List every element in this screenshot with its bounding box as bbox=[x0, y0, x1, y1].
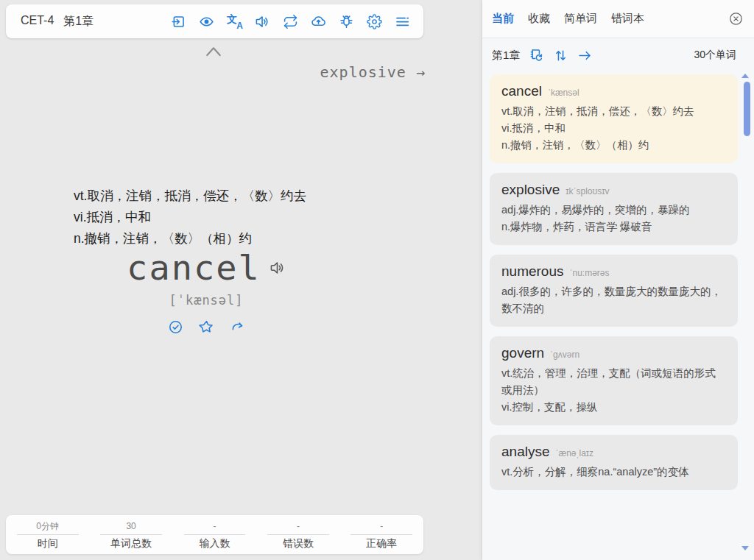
card-phonetic: ˈkænsəl bbox=[548, 88, 579, 98]
next-word-hint[interactable]: explosive → bbox=[221, 63, 426, 81]
stat-label: 单词总数 bbox=[89, 537, 172, 550]
book-refresh-icon[interactable] bbox=[529, 48, 544, 63]
stat-value: 30 bbox=[89, 521, 172, 531]
card-phonetic: ˈgʌvərn bbox=[550, 350, 579, 360]
next-word-arrow-icon: → bbox=[416, 63, 426, 81]
settings-icon[interactable] bbox=[367, 14, 382, 29]
toolbar-title: CET-4 第1章 bbox=[21, 14, 94, 29]
next-word-label: explosive bbox=[320, 63, 406, 81]
card-definitions: adj.爆炸的，易爆炸的，突增的，暴躁的 n.爆炸物，炸药，语言学 爆破音 bbox=[501, 202, 726, 235]
current-word-row: cancel bbox=[0, 247, 412, 288]
panel-tab-bar: 当前 收藏 简单词 错词本 bbox=[482, 0, 754, 38]
stat-divider bbox=[350, 534, 412, 535]
stat-value: 0分钟 bbox=[6, 521, 89, 531]
stat-time: 0分钟 时间 bbox=[6, 521, 89, 550]
card-phonetic: ɪkˈsploʊsɪv bbox=[566, 186, 609, 196]
speaker-icon[interactable] bbox=[255, 14, 270, 29]
stat-error-count: - 错误数 bbox=[256, 521, 339, 550]
sort-icon[interactable] bbox=[553, 48, 568, 63]
stat-label: 错误数 bbox=[256, 537, 339, 550]
scrollbar-thumb[interactable] bbox=[744, 82, 750, 136]
card-phonetic: ˈnu:mərəs bbox=[570, 268, 610, 278]
word-count-label: 30个单词 bbox=[694, 49, 736, 62]
stat-label: 时间 bbox=[6, 537, 89, 550]
card-header: explosiveɪkˈsploʊsɪv bbox=[501, 182, 726, 198]
card-definitions: vt.分析，分解，细察na.“analyze”的变体 bbox=[501, 464, 726, 481]
current-word: cancel bbox=[127, 247, 261, 288]
stat-input-count: - 输入数 bbox=[173, 521, 256, 550]
word-card-analyse[interactable]: analyseˈænəˌlaɪz vt.分析，分解，细察na.“analyze”… bbox=[490, 435, 738, 490]
card-word: govern bbox=[501, 345, 544, 361]
card-header: numerousˈnu:mərəs bbox=[501, 263, 726, 280]
panel-chapter-label: 第1章 bbox=[492, 49, 520, 63]
stat-divider bbox=[100, 534, 162, 535]
close-icon[interactable] bbox=[728, 11, 744, 26]
stat-value: - bbox=[340, 521, 423, 531]
stat-value: - bbox=[173, 521, 256, 531]
word-card-list: cancelˈkænsəl vt.取消，注销，抵消，偿还，〈数〉约去 vi.抵消… bbox=[490, 74, 738, 490]
toolbar-icons: 文A bbox=[171, 14, 410, 29]
card-word: cancel bbox=[501, 83, 542, 99]
check-circle-icon[interactable] bbox=[168, 319, 183, 335]
tab-wrong-words[interactable]: 错词本 bbox=[611, 12, 644, 26]
tab-easy-words[interactable]: 简单词 bbox=[564, 12, 597, 26]
stat-label: 正确率 bbox=[340, 537, 423, 550]
card-definitions: adj.很多的，许多的，数量庞大的数量庞大的，数不清的 bbox=[501, 283, 726, 317]
card-word: explosive bbox=[501, 182, 560, 197]
translate-icon[interactable]: 文A bbox=[227, 14, 242, 29]
bug-icon[interactable] bbox=[339, 14, 354, 29]
cloud-upload-icon[interactable] bbox=[311, 14, 326, 29]
chapter-label: 第1章 bbox=[63, 14, 94, 29]
word-card-govern[interactable]: governˈgʌvərn vt.统治，管理，治理，支配（词或短语的形式或用法）… bbox=[490, 336, 738, 425]
card-header: analyseˈænəˌlaɪz bbox=[501, 444, 726, 460]
translate-a-glyph: A bbox=[236, 21, 243, 31]
panel-subheader: 第1章 30个单词 bbox=[482, 38, 754, 72]
scrollbar-down-arrow[interactable] bbox=[741, 546, 749, 550]
word-card-explosive[interactable]: explosiveɪkˈsploʊsɪv adj.爆炸的，易爆炸的，突增的，暴躁… bbox=[490, 173, 738, 245]
definition-line: vt.取消，注销，抵消，偿还，〈数〉约去 bbox=[74, 185, 306, 207]
word-list-panel: 当前 收藏 简单词 错词本 第1章 30个单词 cancelˈkænsəl bbox=[482, 0, 754, 560]
eye-icon[interactable] bbox=[199, 14, 214, 29]
scrollbar-up-arrow[interactable] bbox=[741, 74, 749, 78]
card-header: cancelˈkænsəl bbox=[501, 83, 726, 99]
stat-divider bbox=[184, 534, 246, 535]
app-window: CET-4 第1章 文A bbox=[0, 0, 754, 560]
card-phonetic: ˈænəˌlaɪz bbox=[556, 448, 594, 458]
definition-line: n.撤销，注销，〈数〉（相）约 bbox=[74, 228, 306, 249]
pronounce-speaker-icon[interactable] bbox=[269, 260, 286, 276]
word-definitions: vt.取消，注销，抵消，偿还，〈数〉约去 vi.抵消，中和 n.撤销，注销，〈数… bbox=[74, 185, 306, 249]
word-card-cancel[interactable]: cancelˈkænsəl vt.取消，注销，抵消，偿还，〈数〉约去 vi.抵消… bbox=[490, 74, 738, 163]
stat-total-words: 30 单词总数 bbox=[89, 521, 172, 550]
word-actions bbox=[0, 319, 412, 335]
star-icon[interactable] bbox=[199, 319, 214, 335]
stat-label: 输入数 bbox=[173, 537, 256, 550]
translate-wen-glyph: 文 bbox=[227, 13, 237, 26]
session-stats-bar: 0分钟 时间 30 单词总数 - 输入数 - 错误数 - 正确率 bbox=[6, 515, 423, 554]
chevron-up-icon[interactable] bbox=[204, 45, 223, 58]
stat-divider bbox=[267, 534, 329, 535]
definition-line: vi.抵消，中和 bbox=[74, 207, 306, 228]
card-word: numerous bbox=[501, 263, 564, 279]
tab-favorites[interactable]: 收藏 bbox=[528, 12, 550, 26]
stat-value: - bbox=[256, 521, 339, 531]
tab-current[interactable]: 当前 bbox=[492, 12, 514, 26]
card-header: governˈgʌvərn bbox=[501, 345, 726, 361]
card-definitions: vt.取消，注销，抵消，偿还，〈数〉约去 vi.抵消，中和 n.撤销，注销，〈数… bbox=[501, 103, 726, 154]
enter-icon[interactable] bbox=[171, 14, 186, 29]
card-definitions: vt.统治，管理，治理，支配（词或短语的形式或用法） vi.控制，支配，操纵 bbox=[501, 365, 726, 416]
toolbar: CET-4 第1章 文A bbox=[6, 4, 423, 38]
current-word-phonetic: [ˈkænsəl] bbox=[0, 293, 412, 308]
redo-icon[interactable] bbox=[230, 319, 245, 335]
stat-divider bbox=[17, 534, 79, 535]
playlist-icon[interactable] bbox=[395, 14, 410, 29]
course-label: CET-4 bbox=[21, 14, 54, 29]
arrow-right-icon[interactable] bbox=[577, 48, 593, 63]
word-card-numerous[interactable]: numerousˈnu:mərəs adj.很多的，许多的，数量庞大的数量庞大的… bbox=[490, 255, 738, 327]
repeat-icon[interactable] bbox=[283, 14, 298, 29]
card-word: analyse bbox=[501, 444, 550, 459]
stat-accuracy: - 正确率 bbox=[340, 521, 423, 550]
